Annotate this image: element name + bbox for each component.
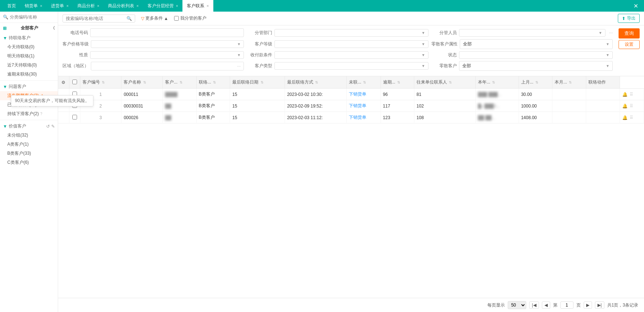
nav-home[interactable]: 首页 (3, 0, 20, 12)
query-button[interactable]: 查询 (619, 28, 640, 39)
more-filters-button[interactable]: ▽ 更多条件 ▲ (138, 14, 171, 23)
sidebar-group-problem-customers[interactable]: ▼ 问题客户 (0, 82, 58, 91)
th-name[interactable]: 客户名称 ⇅ (121, 76, 163, 89)
th-overdue[interactable]: 逾期... ⇅ (381, 76, 414, 89)
th-last-month[interactable]: 上月... ⇅ (519, 76, 552, 89)
sidebar-item-overdue-contact[interactable]: 逾期未联络(30) (0, 70, 58, 79)
export-button[interactable]: ⬆ 导出 (618, 14, 640, 23)
sidebar-item-7day-pending[interactable]: 近7天待联络(0) (0, 61, 58, 70)
sidebar-group-pending-contact[interactable]: ▼ 待联络客户 (0, 33, 58, 42)
page-number-input[interactable] (560, 301, 573, 309)
nav-product-analysis-list[interactable]: 商品分析列表 × (104, 0, 143, 12)
cell-action-1[interactable]: 🔔 ⠿ (620, 100, 644, 112)
close-customer-segment-icon[interactable]: × (176, 4, 178, 8)
contact-icon-1[interactable]: 🔔 (622, 104, 628, 109)
th-last-date[interactable]: 最后联络日期 ⇅ (230, 76, 285, 89)
close-sales-order-icon[interactable]: × (40, 4, 42, 8)
nature-select[interactable]: ▼ (90, 51, 244, 59)
th-code[interactable]: 客户编号 ⇅ (80, 76, 121, 89)
sort-method-icon: ⇅ (315, 80, 318, 84)
payment-select[interactable]: ▼ (274, 51, 428, 59)
cell-action-0[interactable]: 🔔 ⠿ (620, 89, 644, 100)
cell-action-2[interactable]: 🔔 ⠿ (620, 112, 644, 123)
close-customer-contact-icon[interactable]: × (206, 4, 209, 8)
th-no-contact[interactable]: 未联... ⇅ (347, 76, 381, 89)
sidebar-group-value-customers[interactable]: ▼ 价值客户 ↺ ✎ (0, 122, 58, 131)
sidebar-item-b-class[interactable]: B类客户(33) (0, 149, 58, 158)
cell-name-1: ██ (163, 100, 196, 112)
sidebar: 🔍 ⊞ 全部客户 《 ▼ 待联络客户 今天待联络(0) 明天待联络(1) 近7天… (0, 12, 58, 312)
cell-method-0[interactable]: 下销货单 (347, 89, 381, 100)
th-last-method[interactable]: 最后联络方式 ⇅ (285, 76, 346, 89)
sidebar-item-ungrouped[interactable]: 未分组(32) (0, 131, 58, 140)
first-page-button[interactable]: |◀ (529, 301, 539, 309)
filter-action-buttons: 查询 设置 (619, 28, 640, 73)
cell-checkbox-2[interactable] (69, 112, 80, 123)
sidebar-item-declining[interactable]: 持续下滑客户(2) ? (0, 109, 58, 118)
status-select[interactable]: ▼ (459, 51, 613, 59)
sidebar-item-today-pending[interactable]: 今天待联络(0) (0, 42, 58, 52)
region-more-icon[interactable]: ··· (237, 64, 241, 69)
sort-thisyear-icon: ⇅ (492, 80, 495, 84)
sidebar-search-input[interactable] (10, 15, 58, 20)
search-input[interactable] (66, 16, 126, 21)
department-select[interactable]: ▼ (274, 29, 428, 37)
th-settings[interactable]: ⚙ (58, 76, 69, 89)
th-this-year[interactable]: 本年... ⇅ (476, 76, 519, 89)
filter-phone: 电话号码 (63, 28, 244, 37)
sidebar-item-tomorrow-pending[interactable]: 明天待联络(1) (0, 52, 58, 61)
more-action-icon-2[interactable]: ⠿ (630, 115, 633, 120)
nav-customer-segment[interactable]: 客户分层经营 × (143, 0, 182, 12)
sort-person-icon: ⇅ (449, 80, 452, 84)
row-checkbox-2[interactable] (72, 115, 77, 119)
nav-purchase-order[interactable]: 进货单 × (47, 0, 73, 12)
scatter-attr-select[interactable]: 全部 ▼ (460, 39, 613, 49)
cell-method-1[interactable]: 下销货单 (347, 100, 381, 112)
my-customers-checkbox[interactable] (174, 16, 179, 21)
cell-method-2[interactable]: 下销货单 (347, 112, 381, 123)
cell-num-2: 3 (80, 112, 121, 123)
edit-icon[interactable]: ✎ (51, 124, 55, 129)
nav-sales-order[interactable]: 销货单 × (20, 0, 47, 12)
cell-contact-0: 15 (230, 89, 285, 100)
th-contact-person[interactable]: 往来单位联系人 ⇅ (414, 76, 476, 89)
customer-type-select[interactable]: ▼ (274, 62, 428, 70)
filter-icon: ▽ (141, 16, 144, 21)
payment-chevron-icon: ▼ (422, 53, 425, 57)
th-type[interactable]: 客户... ⇅ (163, 76, 196, 89)
contact-icon-0[interactable]: 🔔 (622, 92, 628, 97)
nav-product-analysis[interactable]: 商品分析 × (73, 0, 104, 12)
my-customers-checkbox-wrap[interactable]: 我分管的客户 (174, 15, 206, 21)
customer-grade-select[interactable]: ▼ (274, 40, 428, 48)
close-product-analysis-icon[interactable]: × (97, 4, 99, 8)
th-checkbox[interactable] (69, 76, 80, 89)
refresh-icon[interactable]: ↺ (46, 124, 50, 129)
phone-input[interactable] (90, 28, 244, 37)
sort-name-icon: ⇅ (143, 80, 146, 84)
th-this-month[interactable]: 本月... ⇅ (552, 76, 586, 89)
manager-select[interactable]: ▼ (459, 29, 605, 37)
search-submit-icon[interactable]: 🔍 (126, 16, 132, 21)
window-close-button[interactable]: ✕ (631, 3, 641, 9)
next-page-button[interactable]: ▶ (584, 301, 592, 309)
manager-more-icon[interactable]: ··· (609, 30, 613, 35)
price-grade-select[interactable]: ▼ (91, 40, 244, 48)
select-all-checkbox[interactable] (72, 80, 77, 84)
close-product-analysis-list-icon[interactable]: × (136, 4, 138, 8)
last-page-button[interactable]: ▶| (595, 301, 604, 309)
cell-type-0: B类客户 (196, 89, 230, 100)
sidebar-all-customers[interactable]: ⊞ 全部客户 《 (0, 23, 58, 33)
sidebar-item-a-class[interactable]: A类客户(1) (0, 140, 58, 149)
per-page-select[interactable]: 50 100 200 (508, 301, 526, 309)
scatter-customer-select[interactable]: 全部 ▼ (459, 61, 613, 71)
contact-icon-2[interactable]: 🔔 (622, 115, 628, 120)
close-purchase-order-icon[interactable]: × (66, 4, 68, 8)
prev-page-button[interactable]: ◀ (542, 301, 550, 309)
region-select[interactable]: ··· (91, 62, 244, 70)
th-contact[interactable]: 联络... ⇅ (196, 76, 230, 89)
sidebar-item-c-class[interactable]: C类客户(6) (0, 158, 58, 167)
more-action-icon-1[interactable]: ⠿ (630, 104, 633, 109)
settings-button[interactable]: 设置 (619, 40, 640, 49)
nav-customer-contact[interactable]: 客户联系 × (182, 0, 213, 12)
more-action-icon-0[interactable]: ⠿ (630, 92, 633, 97)
